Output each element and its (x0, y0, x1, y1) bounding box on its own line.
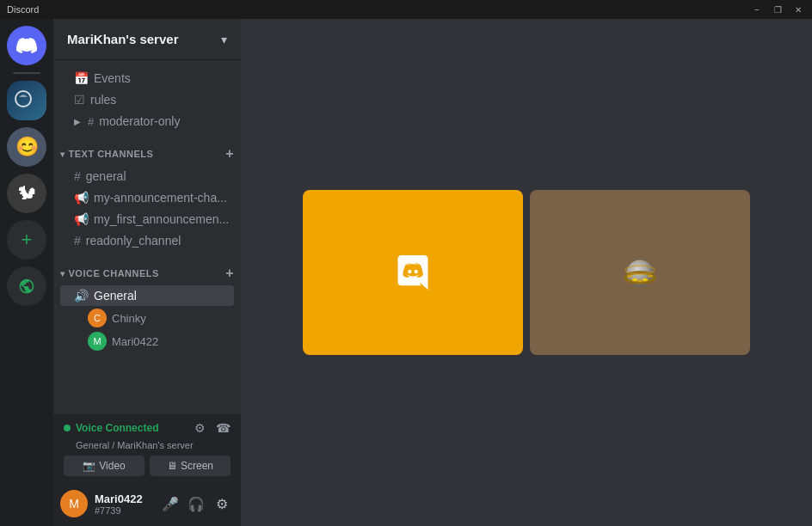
user-panel: M Mari0422 #7739 🎤 🎧 ⚙ (53, 481, 241, 526)
svg-point-7 (643, 278, 648, 282)
video-tile-ring (530, 190, 750, 355)
video-button[interactable]: 📷 Video (64, 456, 145, 476)
voice-channel-general[interactable]: 🔊 General (60, 285, 234, 306)
voice-connected-bar: Voice Connected ⚙ ☎ General / MariKhan's… (53, 414, 241, 481)
video-label: Video (99, 460, 125, 472)
svg-point-8 (648, 274, 653, 278)
svg-point-0 (15, 91, 31, 107)
add-voice-channel-button[interactable]: + (225, 266, 234, 281)
mari0422-name: Mari0422 (112, 335, 158, 348)
voice-member-chinky[interactable]: C Chinky (60, 307, 234, 329)
video-grid (303, 190, 750, 355)
user-controls: 🎤 🎧 ⚙ (158, 492, 234, 516)
text-channels-category[interactable]: ▾ TEXT CHANNELS + (53, 132, 241, 165)
voice-channels-category[interactable]: ▾ VOICE CHANNELS + (53, 252, 241, 284)
minimize-button[interactable]: − (750, 3, 764, 16)
channel-readonly-label: readonly_channel (86, 234, 181, 248)
channel-general[interactable]: # general (60, 166, 234, 187)
svg-point-6 (637, 279, 643, 283)
speaker-icon: 🔊 (74, 289, 89, 303)
text-category-chevron-icon: ▾ (60, 150, 65, 159)
channel-general-label: general (86, 169, 126, 183)
voice-status-dot (64, 425, 71, 431)
title-bar-controls: − ❐ ✕ (750, 3, 805, 16)
screen-icon: 🖥 (167, 460, 177, 472)
voice-status: Voice Connected ⚙ ☎ (64, 421, 231, 435)
voice-settings-icon[interactable]: ⚙ (194, 421, 206, 435)
screen-label: Screen (181, 460, 213, 472)
channel-moderator-only[interactable]: ▶ # moderator-only (60, 111, 234, 132)
chevron-right-icon: ▶ (74, 117, 81, 126)
title-bar: Discord − ❐ ✕ (0, 0, 812, 19)
chinky-name: Chinky (112, 312, 146, 325)
server-icon-2[interactable]: 😊 (7, 127, 46, 167)
video-tile-discord (303, 190, 523, 355)
user-name: Mari0422 (95, 492, 151, 505)
voice-connected-label: Voice Connected (76, 422, 158, 434)
channel-announcement-2[interactable]: 📢 my_first_announcemen... (60, 209, 234, 229)
voice-channel-general-label: General (94, 289, 137, 303)
megaphone-1-icon: 📢 (74, 191, 89, 205)
voice-member-mari0422[interactable]: M Mari0422 (60, 330, 234, 352)
rules-icon: ☑ (74, 93, 85, 107)
channel-announcement-2-label: my_first_announcemen... (94, 212, 229, 226)
discord-home-button[interactable] (7, 26, 46, 65)
close-button[interactable]: ✕ (791, 3, 805, 16)
channel-announcement-1-label: my-announcement-cha... (94, 191, 227, 205)
voice-channels-label: VOICE CHANNELS (69, 268, 159, 278)
mute-button[interactable]: 🎤 (158, 492, 182, 516)
mari0422-avatar: M (88, 332, 107, 351)
user-info: Mari0422 #7739 (95, 492, 151, 516)
user-avatar: M (60, 490, 88, 517)
hash-mod-icon: # (88, 115, 94, 128)
server-icon-1[interactable] (7, 81, 46, 120)
channel-sidebar: MariKhan's server ▾ 📅 Events ☑ rules ▶ #… (53, 19, 241, 526)
server-list: 😊 🐿 + (0, 19, 53, 526)
add-server-button[interactable]: + (7, 220, 46, 260)
channel-announcement-1[interactable]: 📢 my-announcement-cha... (60, 187, 234, 208)
svg-point-5 (632, 278, 637, 282)
ring-icon (614, 247, 666, 298)
text-channels-label: TEXT CHANNELS (69, 149, 154, 159)
voice-category-left: ▾ VOICE CHANNELS (60, 268, 159, 278)
voice-disconnect-icon[interactable]: ☎ (216, 421, 231, 435)
discord-logo-icon (387, 252, 439, 293)
hash-readonly-icon: # (74, 234, 81, 248)
voice-location: General / MariKhan's server (64, 440, 231, 450)
voice-actions: 📷 Video 🖥 Screen (64, 456, 231, 476)
channel-events[interactable]: 📅 Events (60, 68, 234, 89)
channel-moderator-label: moderator-only (99, 114, 180, 128)
server-chevron-icon: ▾ (221, 33, 227, 46)
channel-rules[interactable]: ☑ rules (60, 89, 234, 110)
channel-events-label: Events (94, 71, 131, 85)
hash-general-icon: # (74, 169, 81, 183)
megaphone-2-icon: 📢 (74, 212, 89, 226)
calendar-icon: 📅 (74, 71, 89, 85)
server-icon-3[interactable]: 🐿 (7, 174, 46, 213)
channel-rules-label: rules (90, 93, 116, 107)
server-list-divider (13, 72, 40, 74)
voice-category-chevron-icon: ▾ (60, 269, 65, 278)
deafen-button[interactable]: 🎧 (184, 492, 208, 516)
chinky-avatar: C (88, 309, 107, 327)
video-icon: 📷 (83, 460, 95, 472)
restore-button[interactable]: ❐ (771, 3, 784, 16)
main-content (241, 19, 812, 526)
title-bar-title: Discord (7, 4, 39, 15)
channel-list: 📅 Events ☑ rules ▶ # moderator-only ▾ TE… (53, 60, 241, 414)
app: 😊 🐿 + MariKhan's server ▾ 📅 Events ☑ rul… (0, 19, 812, 526)
category-left: ▾ TEXT CHANNELS (60, 149, 153, 159)
svg-point-4 (627, 274, 632, 278)
channel-readonly[interactable]: # readonly_channel (60, 230, 234, 251)
user-tag: #7739 (95, 505, 151, 516)
screen-button[interactable]: 🖥 Screen (150, 456, 231, 476)
server-name: MariKhan's server (67, 32, 178, 46)
server-header[interactable]: MariKhan's server ▾ (53, 19, 241, 60)
explore-button[interactable] (7, 266, 46, 306)
settings-button[interactable]: ⚙ (210, 492, 234, 516)
add-text-channel-button[interactable]: + (225, 146, 234, 162)
